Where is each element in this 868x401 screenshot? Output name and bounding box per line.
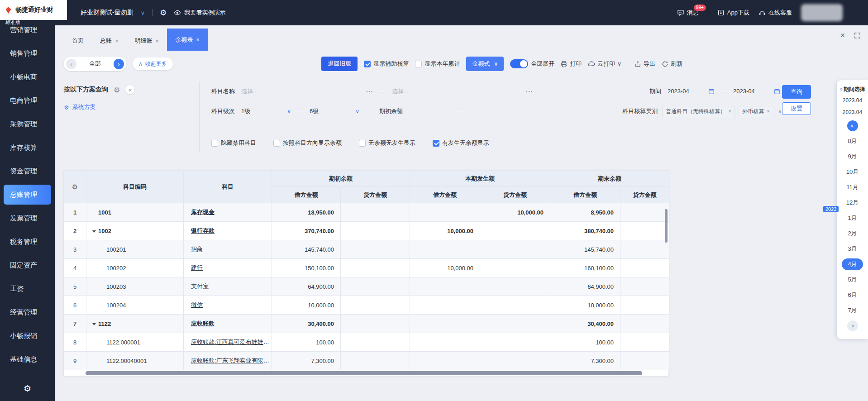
table-row[interactable]: 8 1122.000001 应收账款:江西真可爱布娃娃有限责任公司 100.00… [64, 333, 669, 352]
next-icon[interactable]: › [114, 59, 124, 69]
subject-link[interactable]: 支付宝 [191, 283, 209, 290]
table-row[interactable]: 7 1122 应收账款 30,400.00 30,400.00 [64, 315, 669, 333]
sidebar-item[interactable]: 资金管理 [0, 159, 55, 183]
period-to-value[interactable]: 2023.04 [843, 106, 862, 118]
sidebar-item[interactable]: 税务管理 [0, 230, 55, 253]
period-from-input[interactable]: 2023-04 [666, 86, 716, 97]
table-row[interactable]: 4 100202 建行 150,100.00 10,000.00 160,100… [64, 259, 669, 277]
checkbox-box[interactable] [359, 140, 366, 147]
sidebar-item[interactable]: 工资 [0, 277, 55, 301]
table-row[interactable]: 5 100203 支付宝 64,900.00 64,900.00 [64, 277, 669, 296]
chevron-down-icon[interactable]: ∨ [141, 10, 145, 16]
tab[interactable]: 明细账 × [127, 31, 167, 51]
month-item[interactable]: 6月 [837, 287, 868, 303]
month-item[interactable]: 10月 [837, 164, 868, 180]
month-item[interactable]: 1月 [837, 210, 868, 226]
sidebar-item[interactable]: 发票管理 [0, 206, 55, 230]
sidebar-item[interactable]: 小畅电商 [0, 65, 55, 89]
table-row[interactable]: 6 100204 微信 10,000.00 10,000.00 [64, 296, 669, 315]
sidebar-settings-gear-icon[interactable]: ⚙ [0, 383, 55, 394]
tab[interactable]: 总账 × [92, 31, 127, 51]
checkbox-box[interactable] [364, 61, 371, 67]
expand-all-toggle[interactable]: 全部展开 [510, 59, 554, 68]
amount-style-dropdown[interactable]: 金额式 ∨ [466, 57, 504, 71]
subject-link[interactable]: 应收账款 [191, 320, 215, 327]
gear-icon[interactable]: ⚙ [160, 8, 167, 18]
online-support-button[interactable]: 在线客服 [758, 9, 792, 17]
filter-checkbox[interactable]: 有发生无余额显示 [433, 139, 489, 147]
sidebar-item[interactable]: 小畅报销 [0, 324, 55, 348]
export-button[interactable]: 导出 [634, 60, 655, 68]
subject-link[interactable]: 应收账款:江西真可爱布娃娃有限责任公司 [191, 339, 272, 345]
messages-button[interactable]: 消息 99+ [677, 9, 699, 17]
level-to-select[interactable]: 6级 ∨ [308, 105, 361, 117]
period-to-input[interactable]: 2023-04 [731, 86, 782, 97]
subject-link[interactable]: 招商 [191, 246, 203, 253]
toggle-switch[interactable] [510, 59, 528, 68]
opening-to-input[interactable] [467, 105, 524, 117]
subject-to-input[interactable]: 选择... ··· [390, 86, 535, 97]
calendar-icon[interactable] [774, 88, 780, 95]
month-item[interactable]: 7月 [837, 303, 868, 318]
org-selector[interactable]: 好业财测试-量勿删 [81, 9, 134, 17]
month-item[interactable]: 3月 [837, 241, 868, 257]
table-row[interactable]: 9 1122.00040001 应收账款:广东飞翔实业有限公司 7,300.00… [64, 352, 669, 370]
month-item[interactable]: 4月 [837, 257, 868, 272]
month-item[interactable]: 8月 [837, 134, 868, 149]
settings-button[interactable]: 设置 [782, 102, 811, 115]
tab-close-icon[interactable]: × [156, 38, 159, 44]
subject-from-input[interactable]: 选择... ··· [239, 86, 375, 97]
collapse-row-icon[interactable] [92, 230, 96, 233]
table-row[interactable]: 3 100201 招商 145,740.00 145,740.00 [64, 240, 669, 259]
remove-tag-icon[interactable]: × [728, 108, 731, 115]
subject-link[interactable]: 应收账款:广东飞翔实业有限公司 [191, 357, 272, 364]
close-tabs-icon[interactable]: × [840, 31, 845, 40]
sidebar-item[interactable]: 采购管理 [0, 112, 55, 136]
table-settings-gear-icon[interactable]: ⚙ [64, 171, 86, 203]
tab-close-icon[interactable]: × [196, 36, 200, 43]
month-item[interactable]: 12月 [837, 195, 868, 210]
month-item[interactable]: 5月 [837, 272, 868, 287]
back-to-old-version-button[interactable]: 退回旧版 [321, 57, 358, 71]
remove-tag-icon[interactable]: × [767, 108, 770, 115]
filter-checkbox[interactable]: 按照科目方向显示余额 [273, 139, 342, 147]
sidebar-item[interactable]: 总账管理 [4, 185, 51, 205]
checkbox-box[interactable] [211, 140, 218, 147]
tab-close-icon[interactable]: × [115, 38, 119, 44]
table-row[interactable]: 1 1001 库存现金 18,950.00 10,000.00 8,950.00 [64, 203, 669, 222]
user-avatar[interactable] [801, 4, 843, 21]
collapse-more-button[interactable]: ∧ 收起更多 [133, 57, 173, 70]
show-ytd-checkbox[interactable]: 显示本年累计 [415, 60, 460, 68]
collapse-left-icon[interactable]: « [125, 85, 134, 94]
subject-link[interactable]: 库存现金 [191, 209, 215, 215]
vertical-scrollbar-thumb[interactable] [665, 209, 668, 243]
refresh-button[interactable]: 刷新 [662, 60, 682, 68]
query-button[interactable]: 查询 [782, 85, 811, 99]
month-item[interactable]: 2月 [837, 226, 868, 241]
horizontal-scrollbar[interactable] [63, 370, 669, 376]
checkbox-box[interactable] [415, 61, 422, 67]
filter-checkbox[interactable]: 无余额无发生显示 [359, 139, 415, 147]
sidebar-item[interactable]: 经营管理 [0, 301, 55, 324]
sidebar-item[interactable]: 基础信息 [0, 348, 55, 371]
fullscreen-icon[interactable] [854, 32, 861, 39]
sidebar-item[interactable]: 固定资产 [0, 253, 55, 277]
table-row[interactable]: 2 1002 银行存款 370,740.00 10,000.00 380,740… [64, 222, 669, 240]
system-scheme-link[interactable]: ⚙ 系统方案 [64, 103, 199, 111]
cloud-print-dropdown[interactable]: 云打印 ∨ [588, 60, 621, 68]
tab[interactable]: 余额表 × [167, 29, 208, 51]
subject-link[interactable]: 银行存款 [191, 227, 215, 234]
app-download-button[interactable]: App下载 [717, 9, 749, 17]
scheme-gear-icon[interactable]: ⚙ [114, 86, 120, 94]
print-button[interactable]: 打印 [561, 60, 582, 68]
level-from-select[interactable]: 1级 ∨ [239, 105, 293, 117]
scrollbar-thumb[interactable] [86, 371, 642, 375]
checkbox-box[interactable] [433, 140, 439, 147]
show-aux-accounting-checkbox[interactable]: 显示辅助核算 [364, 60, 409, 68]
period-from-value[interactable]: 2023.04 [843, 95, 862, 106]
filter-checkbox[interactable]: 隐藏禁用科目 [211, 139, 256, 147]
calendar-icon[interactable] [708, 88, 715, 95]
subject-link[interactable]: 微信 [191, 301, 203, 308]
sidebar-item[interactable]: 销售管理 [0, 42, 55, 65]
collapse-row-icon[interactable] [92, 323, 96, 325]
